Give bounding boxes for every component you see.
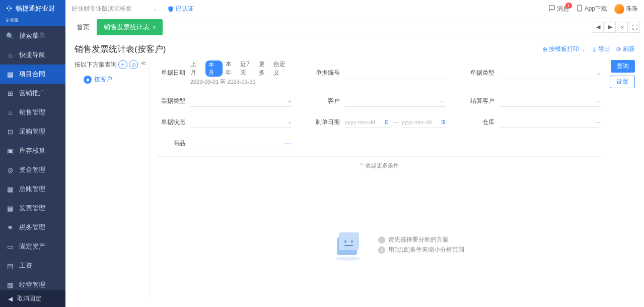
- sidebar-item-label: 经营管理: [19, 280, 45, 289]
- filter-panel: 按以下方案查询 + ◎ ≪ ◆ 按客户: [75, 60, 150, 300]
- cart-icon: ⌂: [6, 108, 14, 116]
- date-from-input[interactable]: yyyy-mm-dd 🗓: [345, 116, 390, 128]
- customer-label: 客户: [312, 97, 340, 105]
- scheme-item[interactable]: ◆ 按客户: [75, 73, 147, 86]
- file-icon: ▤: [6, 70, 14, 78]
- field-bill-status: 单据状态 ⌄: [157, 116, 292, 128]
- close-icon[interactable]: ×: [153, 24, 156, 30]
- print-button[interactable]: ⊕ 按模板打印 ⌄: [542, 45, 586, 53]
- box-icon: ▣: [6, 147, 14, 155]
- more-icon: ···: [594, 118, 601, 126]
- verified-badge[interactable]: 已认证: [167, 5, 194, 13]
- fullscreen-button[interactable]: ⛶: [629, 22, 640, 33]
- collapse-label: 收起更多条件: [366, 162, 399, 168]
- sidebar-item-4[interactable]: ⌂销售管理: [0, 103, 65, 122]
- sidebar-item-6[interactable]: ▣库存核算: [0, 141, 65, 160]
- empty-line-1: 请先选择要分析的方案: [388, 235, 449, 244]
- bill-no-input[interactable]: [345, 67, 446, 79]
- date-option[interactable]: 更多: [259, 60, 271, 77]
- field-customer: 客户 ···: [312, 95, 446, 107]
- warehouse-picker[interactable]: ···: [499, 116, 601, 128]
- sidebar-item-7[interactable]: ◎资金管理: [0, 160, 65, 179]
- logo[interactable]: 畅捷通好业财: [0, 0, 65, 17]
- sidebar-item-label: 销售管理: [19, 108, 45, 117]
- tab-next[interactable]: ▶: [605, 22, 616, 33]
- date-option[interactable]: 本月: [205, 60, 223, 77]
- refresh-icon: ⟳: [616, 46, 621, 53]
- export-button[interactable]: ⤓ 导出: [592, 45, 610, 53]
- tab-active[interactable]: 销售发票统计表 ×: [97, 19, 163, 35]
- sidebar-item-0[interactable]: 🔍搜索菜单: [0, 26, 65, 45]
- sidebar-item-3[interactable]: ⊞营销推广: [0, 84, 65, 103]
- setting-button[interactable]: 设置: [610, 76, 635, 88]
- sidebar-item-label: 固定资产: [19, 242, 45, 251]
- money-icon: ◎: [6, 166, 14, 174]
- sidebar-item-10[interactable]: ≡税务管理: [0, 218, 65, 237]
- sidebar-item-9[interactable]: ▤发票管理: [0, 199, 65, 218]
- sidebar-item-8[interactable]: ▦总账管理: [0, 179, 65, 199]
- date-to-input[interactable]: yyyy-mm-dd 🗓: [402, 116, 447, 128]
- chevron-down-icon: ⌄: [288, 98, 292, 103]
- chevron-down-icon: ⌄: [582, 47, 586, 52]
- content: 销售发票统计表(按客户) ⊕ 按模板打印 ⌄ ⤓ 导出 ⟳ 刷新: [65, 36, 644, 307]
- pin-label: 取消固定: [17, 294, 41, 303]
- asset-icon: ▭: [6, 242, 14, 251]
- sidebar-item-label: 发票管理: [19, 204, 45, 213]
- invoice-type-select[interactable]: ⌄: [190, 95, 292, 107]
- scheme-icon: ◆: [84, 76, 92, 84]
- tab-prev[interactable]: ◀: [593, 22, 604, 33]
- sidebar-item-13[interactable]: ▦经营管理: [0, 275, 65, 290]
- settle-customer-picker[interactable]: ···: [499, 95, 601, 107]
- verified-text: 已认证: [176, 5, 194, 13]
- logo-text: 畅捷通好业财: [16, 4, 55, 13]
- sidebar-item-1[interactable]: ⌂快捷导航: [0, 45, 65, 65]
- date-option[interactable]: 近7天: [240, 60, 255, 77]
- bill-status-select[interactable]: ⌄: [190, 116, 292, 128]
- sidebar-item-label: 总账管理: [19, 185, 45, 194]
- topbar: 好业财专业版演示帐套 ⌄ 已认证 消息 1: [65, 0, 644, 18]
- message-badge: 1: [565, 3, 572, 9]
- collapse-conditions[interactable]: ⌃ 收起更多条件: [157, 156, 601, 174]
- sidebar-item-5[interactable]: ⊡采购管理: [0, 122, 65, 141]
- account-select[interactable]: 好业财专业版演示帐套 ⌄: [71, 5, 157, 13]
- tab-controls: ◀ ▶ × ⛶: [593, 22, 640, 33]
- collapse-panel-button[interactable]: ≪: [140, 60, 147, 69]
- field-settle-customer: 结算客户 ···: [466, 95, 601, 107]
- bill-type-label: 单据类型: [466, 69, 494, 77]
- refresh-label: 刷新: [623, 45, 635, 53]
- bill-type-select[interactable]: ⌄: [499, 67, 601, 79]
- user-menu[interactable]: 珠珠: [614, 4, 638, 14]
- sidebar-item-11[interactable]: ▭固定资产: [0, 237, 65, 256]
- download-icon: [576, 5, 583, 13]
- customer-picker[interactable]: ···: [345, 95, 446, 107]
- svg-rect-3: [339, 232, 359, 250]
- add-scheme-button[interactable]: +: [118, 60, 127, 69]
- sidebar: 畅捷通好业财 专业版 🔍搜索菜单⌂快捷导航▤项目合同⊞营销推广⌂销售管理⊡采购管…: [0, 0, 65, 307]
- tabbar: 首页 销售发票统计表 × ◀ ▶ × ⛶: [65, 18, 644, 36]
- download-button[interactable]: App下载: [576, 5, 607, 13]
- message-button[interactable]: 消息 1: [548, 5, 569, 13]
- sidebar-item-12[interactable]: ▤工资: [0, 256, 65, 275]
- date-option[interactable]: 上月: [190, 60, 202, 77]
- action-column: 查询 设置: [608, 60, 635, 174]
- tab-close-all[interactable]: ×: [617, 22, 628, 33]
- account-name: 好业财专业版演示帐套: [71, 5, 132, 13]
- svg-rect-0: [578, 5, 582, 11]
- empty-state: 1 请先选择要分析的方案 2 用[过滤]条件来缩小分析范围: [157, 190, 635, 300]
- shield-icon: [167, 6, 174, 13]
- sidebar-item-2[interactable]: ▤项目合同: [0, 65, 65, 84]
- refresh-button[interactable]: ⟳ 刷新: [616, 45, 635, 53]
- svg-point-7: [336, 257, 360, 261]
- field-make-date: 制单日期 yyyy-mm-dd 🗓 — yyyy-mm-dd: [312, 116, 446, 128]
- date-option[interactable]: 本年: [226, 60, 238, 77]
- logo-icon: [5, 5, 13, 13]
- query-button[interactable]: 查询: [611, 60, 635, 73]
- product-picker[interactable]: ···: [190, 137, 292, 149]
- pin-toggle[interactable]: ◀ 取消固定: [0, 290, 65, 307]
- tab-home[interactable]: 首页: [69, 19, 97, 35]
- date-option[interactable]: 自定义: [273, 60, 292, 77]
- field-warehouse: 仓库 ···: [466, 116, 601, 128]
- scheme-setting-button[interactable]: ◎: [129, 60, 138, 69]
- mgmt-icon: ▦: [6, 281, 14, 289]
- product-label: 商品: [157, 139, 185, 148]
